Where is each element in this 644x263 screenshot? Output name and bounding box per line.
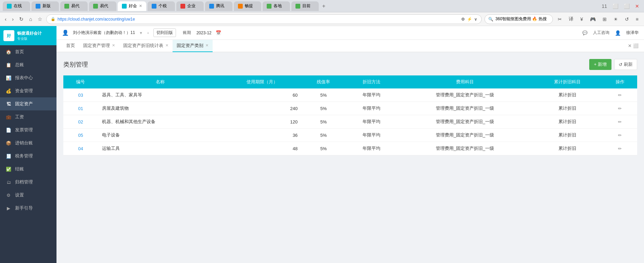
browser-tab-10[interactable]: 各地 (263, 1, 290, 11)
tab-close-button[interactable]: ✕ (628, 43, 632, 48)
sidebar-item-fixed-assets[interactable]: 🏗 固定资产 (0, 97, 56, 110)
browser-tab-1[interactable]: 在线 (3, 1, 30, 11)
browser-tab-2[interactable]: 新版 (31, 1, 59, 11)
nav-forward[interactable]: › (11, 15, 15, 23)
sidebar-item-settlement-label: 结账 (15, 166, 24, 172)
browser-tab-5[interactable]: 好会 ✕ (118, 1, 146, 11)
tab-depreciation-table-close[interactable]: ✕ (165, 43, 168, 48)
win-restore[interactable]: ⬜ (610, 3, 620, 10)
sidebar-item-tax[interactable]: 🧾 税务管理 (0, 150, 56, 163)
cell-accumulated-2: 累计折旧 (532, 115, 603, 129)
browser-tab-6[interactable]: 个税 (148, 1, 175, 11)
edit-icon-0[interactable]: ✏ (618, 93, 622, 98)
browser-toolbar: ✂ 译 ¥ 🎮 ⊞ ☀ ↺ ≡ (556, 15, 641, 23)
sidebar-item-ledger-label: 总账 (15, 62, 24, 68)
browser-tab-bar: 在线 新版 易代 易代 好会 ✕ 个税 企业 腾讯 畅提 各地 目前 + (0, 0, 644, 12)
cell-expense-0: 管理费用_固定资产折旧_一级 (398, 88, 532, 102)
browser-tab-11[interactable]: 目前 (291, 1, 319, 11)
win-close[interactable]: ✕ (633, 3, 641, 10)
sidebar-item-ledger[interactable]: 📋 总账 (0, 58, 56, 71)
cell-accumulated-3: 累计折旧 (532, 129, 603, 142)
refresh-button[interactable]: ↺ 刷新 (614, 59, 637, 70)
undo-icon[interactable]: ↺ (623, 15, 631, 23)
guide-icon: ▶ (5, 205, 12, 211)
add-button[interactable]: + 新增 (589, 59, 611, 70)
tab-expand-button[interactable]: ⬜ (633, 43, 639, 48)
invoice-icon: 📄 (5, 127, 12, 133)
cell-accumulated-0: 累计折旧 (532, 88, 603, 102)
new-tab-button[interactable]: + (320, 2, 327, 10)
edit-icon-4[interactable]: ✏ (618, 146, 622, 151)
sidebar-item-archive[interactable]: 🗂 归档管理 (0, 176, 56, 189)
tab-asset-category[interactable]: 固定资产类别 ✕ (173, 40, 213, 52)
cell-expense-1: 管理费用_固定资产折旧_一级 (398, 102, 532, 115)
sidebar-item-archive-label: 归档管理 (15, 179, 33, 185)
sidebar-item-settings[interactable]: ⚙ 设置 (0, 189, 56, 202)
sidebar-item-inventory[interactable]: 📦 进销台账 (0, 136, 56, 150)
search-text: 360智能抠图免费用 🔥 热搜 (495, 16, 547, 22)
switch-version-button[interactable]: 切到旧版 (153, 28, 176, 37)
tab-depreciation-table[interactable]: 固定资产折旧统计表 ✕ (119, 40, 173, 52)
sidebar-item-home[interactable]: 🏠 首页 (0, 45, 56, 58)
sun-icon[interactable]: ☀ (611, 15, 620, 23)
cell-expense-2: 管理费用_固定资产折旧_一级 (398, 115, 532, 129)
sidebar: 好 畅捷通好会计 专业版 🏠 首页 📋 总账 📊 报表中心 💰 资金管理 🏗 固… (0, 26, 56, 263)
currency-icon[interactable]: ¥ (578, 15, 585, 23)
browser-tab-close-5[interactable]: ✕ (139, 4, 142, 8)
period-dropdown-icon[interactable]: + (147, 31, 149, 35)
game-icon[interactable]: 🎮 (588, 15, 598, 23)
col-method: 折旧方法 (345, 75, 397, 88)
col-period: 使用期限（月） (222, 75, 302, 88)
nav-refresh[interactable]: ↻ (18, 15, 25, 24)
browser-tab-3[interactable]: 易代 (60, 1, 88, 11)
sidebar-item-reports[interactable]: 📊 报表中心 (0, 71, 56, 84)
nav-bookmark[interactable]: ☆ (36, 15, 43, 24)
cell-accumulated-1: 累计折旧 (532, 102, 603, 115)
search-bar[interactable]: 🔍 360智能抠图免费用 🔥 热搜 (484, 14, 553, 24)
sidebar-item-guide-label: 新手引导 (15, 205, 33, 211)
browser-tab-4[interactable]: 易代 (89, 1, 116, 11)
cell-residual-2: 5% (302, 115, 345, 129)
caret-down-icon: ⚡ (467, 17, 472, 22)
table-row: 04 运输工具 48 5% 年限平均 管理费用_固定资产折旧_一级 累计折旧 ✏ (63, 142, 637, 155)
grid-icon[interactable]: ⊞ (601, 15, 609, 23)
service-label[interactable]: 人工咨询 (593, 30, 609, 36)
translate-icon[interactable]: 译 (567, 15, 576, 23)
table-row: 02 机器、机械和其他生产设备 120 5% 年限平均 管理费用_固定资产折旧_… (63, 115, 637, 129)
address-bar[interactable]: 🔒 https://cloud.chanjet.com/accounting/u… (46, 14, 482, 24)
browser-tab-label-3: 易代 (71, 3, 79, 9)
win-maximize[interactable]: ⬜ (622, 3, 632, 10)
tab-fixed-asset-mgmt-close[interactable]: ✕ (112, 43, 115, 48)
browser-tab-9[interactable]: 畅提 (234, 1, 261, 11)
sidebar-item-settlement[interactable]: ✅ 结账 (0, 163, 56, 176)
sidebar-item-guide[interactable]: ▶ 新手引导 (0, 202, 56, 215)
tax-icon: 🧾 (5, 153, 12, 159)
sidebar-item-tax-label: 税务管理 (15, 153, 33, 159)
tab-fixed-asset-mgmt[interactable]: 固定资产管理 ✕ (79, 40, 119, 52)
cell-code-3: 05 (63, 129, 98, 142)
nav-back[interactable]: ‹ (3, 15, 8, 23)
edit-icon-3[interactable]: ✏ (618, 133, 622, 138)
cell-method-1: 年限平均 (345, 102, 397, 115)
sidebar-item-payroll[interactable]: 💼 工资 (0, 110, 56, 123)
calendar-icon[interactable]: 📅 (216, 30, 221, 35)
menu-icon[interactable]: ≡ (634, 15, 641, 23)
browser-tab-8[interactable]: 腾讯 (205, 1, 232, 11)
browser-tab-label-8: 腾讯 (216, 3, 224, 9)
browser-tab-7[interactable]: 企业 (176, 1, 204, 11)
sidebar-item-invoice[interactable]: 📄 发票管理 (0, 123, 56, 136)
edit-icon-2[interactable]: ✏ (618, 119, 622, 124)
edit-icon-1[interactable]: ✏ (618, 106, 622, 111)
nav-home[interactable]: ⌂ (28, 15, 34, 23)
funds-icon: 💰 (5, 88, 12, 94)
cell-accumulated-4: 累计折旧 (532, 142, 603, 155)
win-minimize[interactable]: 11 (599, 3, 609, 10)
tab-home[interactable]: 首页 (62, 40, 79, 52)
sidebar-item-inventory-label: 进销台账 (15, 140, 33, 146)
tab-asset-category-close[interactable]: ✕ (205, 43, 209, 48)
section-header: 类别管理 + 新增 ↺ 刷新 (63, 59, 637, 70)
scissors-icon[interactable]: ✂ (556, 15, 564, 23)
browser-tab-label-7: 企业 (187, 3, 195, 9)
col-name: 名称 (98, 75, 222, 88)
sidebar-item-funds[interactable]: 💰 资金管理 (0, 84, 56, 97)
